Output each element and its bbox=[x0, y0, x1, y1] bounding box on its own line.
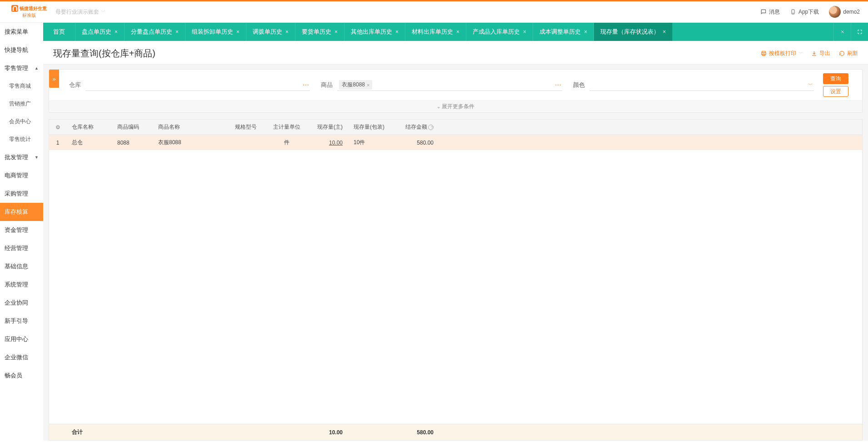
tab[interactable]: 分量盘点单历史× bbox=[125, 23, 185, 41]
sidebar-item[interactable]: 快捷导航 bbox=[0, 41, 43, 59]
cell-qty[interactable]: 10.00 bbox=[307, 135, 348, 150]
app-download-label: App下载 bbox=[798, 8, 819, 16]
col-spec: 规格型号 bbox=[225, 120, 266, 135]
col-code: 商品编码 bbox=[112, 120, 153, 135]
close-icon[interactable]: × bbox=[285, 29, 289, 35]
phone-icon bbox=[790, 9, 796, 15]
tab-label: 现存量（库存状况表） bbox=[600, 28, 659, 36]
sidebar-item[interactable]: 搜索菜单 bbox=[0, 23, 43, 41]
ellipsis-icon[interactable]: ⋯ bbox=[555, 81, 561, 89]
col-name: 商品名称 bbox=[153, 120, 225, 135]
sidebar-item[interactable]: 库存核算 bbox=[0, 203, 43, 221]
color-label: 颜色 bbox=[571, 81, 585, 89]
messages-button[interactable]: 消息 bbox=[760, 8, 780, 16]
tab[interactable]: 材料出库单历史× bbox=[405, 23, 466, 41]
tab-home[interactable]: 首页 bbox=[43, 23, 75, 41]
export-button[interactable]: 导出 bbox=[811, 50, 830, 57]
collapse-filter-button[interactable]: » bbox=[49, 70, 59, 88]
query-button[interactable]: 查询 bbox=[823, 73, 848, 84]
sidebar-item[interactable]: 系统管理 bbox=[0, 276, 43, 294]
product-input[interactable]: 衣服8088 × ⋯ bbox=[337, 79, 562, 91]
sidebar-item-label: 基础信息 bbox=[5, 262, 28, 271]
expand-label: 展开更多条件 bbox=[442, 103, 474, 110]
brand-logo: 畅捷通好生意 标准版 bbox=[8, 5, 50, 19]
edition-label: 标准版 bbox=[22, 12, 36, 19]
print-button[interactable]: 按模板打印 ﹀ bbox=[760, 50, 803, 57]
close-all-tabs-button[interactable] bbox=[833, 23, 851, 41]
print-icon bbox=[760, 50, 767, 57]
close-icon[interactable]: × bbox=[456, 29, 459, 35]
tab[interactable]: 成本调整单历史× bbox=[533, 23, 594, 41]
close-icon[interactable]: × bbox=[334, 29, 338, 35]
sidebar-item[interactable]: 电商管理 bbox=[0, 166, 43, 185]
gear-icon: ⚙ bbox=[55, 124, 60, 131]
close-icon[interactable]: × bbox=[175, 29, 179, 35]
tab[interactable]: 盘点单历史× bbox=[75, 23, 125, 41]
sidebar-item[interactable]: 营销推广 bbox=[0, 95, 43, 113]
settings-button[interactable]: 设置 bbox=[823, 86, 848, 97]
close-icon[interactable]: × bbox=[115, 29, 118, 35]
sidebar-item[interactable]: 新手引导 bbox=[0, 312, 43, 330]
tab[interactable]: 其他出库单历史× bbox=[344, 23, 405, 41]
expand-filters-button[interactable]: ⌄ 展开更多条件 bbox=[49, 100, 862, 112]
tab[interactable]: 产成品入库单历史× bbox=[466, 23, 533, 41]
col-warehouse: 仓库名称 bbox=[66, 120, 112, 135]
sidebar-item[interactable]: 零售商城 bbox=[0, 77, 43, 95]
sidebar-item-label: 新手引导 bbox=[5, 317, 28, 325]
chevron-down-icon[interactable]: ﹀ bbox=[808, 81, 813, 88]
sidebar-item[interactable]: 经营管理 bbox=[0, 239, 43, 257]
color-input[interactable]: ﹀ bbox=[589, 79, 814, 91]
warehouse-input[interactable]: ⋯ bbox=[85, 79, 310, 91]
chevron-up-icon: ▲ bbox=[35, 66, 39, 70]
tab-label: 盘点单历史 bbox=[82, 28, 111, 36]
sidebar-item[interactable]: 畅会员 bbox=[0, 367, 43, 385]
refresh-button[interactable]: 刷新 bbox=[838, 50, 858, 57]
tab[interactable]: 调拨单历史× bbox=[246, 23, 295, 41]
col-pack: 现存量(包装) bbox=[348, 120, 394, 135]
user-menu[interactable]: demo2 bbox=[829, 6, 860, 18]
close-icon[interactable]: × bbox=[395, 29, 399, 35]
logo-icon bbox=[11, 5, 18, 12]
account-selector[interactable]: 母婴行业演示账套 ﹀ bbox=[55, 8, 105, 16]
tab-active[interactable]: 现存量（库存状况表） × bbox=[594, 23, 673, 41]
cell-name: 衣服8088 bbox=[153, 135, 225, 150]
export-label: 导出 bbox=[819, 50, 830, 57]
close-icon[interactable]: × bbox=[523, 29, 526, 35]
sidebar-item[interactable]: 企业协同 bbox=[0, 294, 43, 312]
table-footer-row: 合计 10.00 580.00 bbox=[49, 424, 862, 441]
tab-label: 分量盘点单历史 bbox=[131, 28, 172, 36]
close-icon[interactable]: × bbox=[584, 29, 587, 35]
close-icon[interactable]: × bbox=[663, 29, 666, 35]
tab[interactable]: 组装拆卸单历史× bbox=[185, 23, 246, 41]
page-header: 现存量查询(按仓库+商品) 按模板打印 ﹀ 导出 bbox=[43, 41, 868, 65]
ellipsis-icon[interactable]: ⋯ bbox=[303, 81, 309, 89]
cell-warehouse: 总仓 bbox=[66, 135, 112, 150]
sidebar-item-label: 快捷导航 bbox=[5, 46, 28, 54]
sidebar-item[interactable]: 零售统计 bbox=[0, 131, 43, 148]
sidebar-item[interactable]: 企业微信 bbox=[0, 348, 43, 367]
product-label: 商品 bbox=[319, 81, 333, 89]
tab[interactable]: 要货单历史× bbox=[295, 23, 344, 41]
sidebar-item[interactable]: 采购管理 bbox=[0, 185, 43, 203]
sidebar-item[interactable]: 资金管理 bbox=[0, 221, 43, 239]
sidebar-item[interactable]: 零售管理▲ bbox=[0, 59, 43, 77]
sidebar-item-label: 零售统计 bbox=[9, 136, 31, 143]
table-header-row: ⚙ 仓库名称 商品编码 商品名称 规格型号 主计量单位 现存量(主) 现存量(包… bbox=[49, 120, 862, 135]
close-icon[interactable]: × bbox=[236, 29, 239, 35]
fullscreen-button[interactable] bbox=[851, 23, 868, 41]
avatar-icon bbox=[829, 6, 841, 18]
sidebar-item[interactable]: 基础信息 bbox=[0, 257, 43, 276]
sidebar-item[interactable]: 应用中心 bbox=[0, 330, 43, 348]
cell-amount: 580.00 bbox=[394, 135, 439, 150]
sidebar-item[interactable]: 会员中心 bbox=[0, 113, 43, 131]
settings-column[interactable]: ⚙ bbox=[49, 120, 66, 135]
app-download-button[interactable]: App下载 bbox=[790, 8, 819, 16]
sidebar-item-label: 企业微信 bbox=[5, 353, 28, 362]
remove-tag-icon[interactable]: × bbox=[367, 82, 369, 88]
svg-point-1 bbox=[793, 13, 793, 14]
cell-code: 8088 bbox=[112, 135, 153, 150]
sidebar-item[interactable]: 批发管理▼ bbox=[0, 148, 43, 166]
help-icon[interactable]: ? bbox=[428, 125, 434, 130]
table-row[interactable]: 1 总仓 8088 衣服8088 件 10.00 10件 580.00 bbox=[49, 135, 862, 150]
page-title: 现存量查询(按仓库+商品) bbox=[53, 47, 155, 60]
